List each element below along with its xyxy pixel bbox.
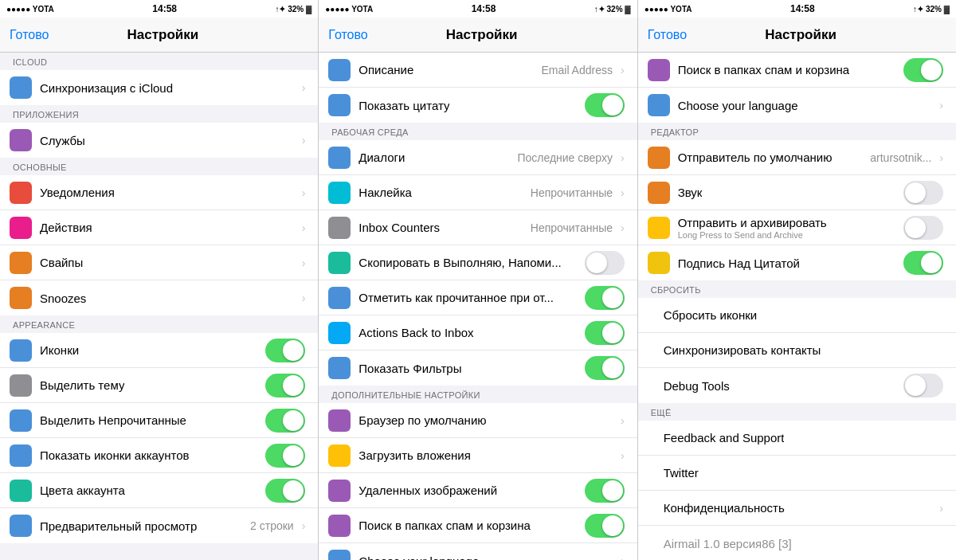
list-item[interactable]: Отметить как прочитанное при от... [319,280,637,315]
list-item[interactable]: Choose your language› [319,543,637,560]
list-item[interactable]: Синхронизировать контакты [638,333,956,368]
list-item[interactable]: Отправить и архивироватьLong Press to Se… [638,210,956,245]
item-content: НаклейкаНепрочитанные› [358,186,624,199]
list-item[interactable]: Выделить Непрочитанные [0,403,318,438]
item-icon [648,59,670,81]
item-icon [648,252,670,274]
list-item[interactable]: Feedback and Support [638,421,956,456]
toggle-thumb [905,375,926,396]
list-item[interactable]: Браузер по умолчанию› [319,403,637,438]
list-item[interactable]: Показать Фильтры [319,350,637,386]
list-item[interactable]: Службы› [0,123,318,158]
item-texts: Показать цитату [358,99,449,112]
toggle-switch[interactable] [903,216,943,240]
list-item[interactable]: ДиалогиПоследние сверху› [319,140,637,175]
list-item[interactable]: Snoozes› [0,280,318,315]
toggle-switch[interactable] [585,321,625,345]
item-label: Свайпы [40,256,83,269]
list-item[interactable]: Иконки [0,333,318,368]
item-label: Airmail 1.0 версия86 [3] [660,537,792,550]
list-item[interactable]: Удаленных изображений [319,473,637,508]
nav-done-button[interactable]: Готово [10,28,49,42]
status-time: 14:58 [790,3,815,14]
list-item[interactable]: Конфиденциальность› [638,491,956,526]
item-label: Feedback and Support [660,431,785,444]
list-group-2: Уведомления›Действия›Свайпы›Snoozes› [0,175,318,315]
list-item[interactable]: Выделить тему [0,368,318,403]
list-item[interactable]: Показать иконки аккаунтов [0,438,318,473]
nav-bar: ГотовоНастройки [638,18,956,53]
list-item[interactable]: Действия› [0,210,318,245]
item-texts: Отправить и архивироватьLong Press to Se… [678,216,827,240]
toggle-switch[interactable] [903,58,943,82]
chevron-right-icon: › [621,414,625,427]
item-icon [10,182,32,204]
list-item[interactable]: Сбросить иконки [638,298,956,333]
list-item[interactable]: Airmail 1.0 версия86 [3] [638,526,956,560]
list-item[interactable]: Цвета аккаунта [0,473,318,508]
item-icon [10,515,32,537]
item-content: Показать иконки аккаунтов [40,444,305,468]
status-time: 14:58 [152,3,177,14]
item-icon [648,217,670,239]
list-item[interactable]: Choose your language› [638,88,956,123]
item-icon [328,59,351,81]
list-item[interactable]: Уведомления› [0,175,318,210]
item-content: Подпись Над Цитатой [678,251,943,275]
toggle-switch[interactable] [585,286,625,310]
item-content: Загрузить вложения› [358,448,624,462]
toggle-switch[interactable] [265,479,305,503]
chevron-right-icon: › [621,151,625,164]
list-item[interactable]: Actions Back to Inbox [319,315,637,350]
list-item[interactable]: Скопировать в Выполняю, Напоми... [319,245,637,280]
list-item[interactable]: Подпись Над Цитатой [638,245,956,280]
settings-content: ICLOUDСинхронизация с iCloud›ПРИЛОЖЕНИЯС… [0,53,318,560]
item-icon [10,252,32,274]
list-item[interactable]: Inbox CountersНепрочитанные› [319,210,637,245]
chevron-right-icon: › [621,221,625,234]
nav-done-button[interactable]: Готово [328,28,367,42]
list-item[interactable]: ОписаниеEmail Address› [319,53,637,88]
list-item[interactable]: Поиск в папках спам и корзина [638,53,956,88]
list-item[interactable]: Синхронизация с iCloud› [0,70,318,105]
list-item[interactable]: Свайпы› [0,245,318,280]
chevron-right-icon: › [621,449,625,462]
list-item[interactable]: Показать цитату [319,88,637,123]
toggle-switch[interactable] [265,339,305,362]
list-item[interactable]: Отправитель по умолчаниюartursotnik...› [638,140,956,175]
toggle-switch[interactable] [265,409,305,433]
item-texts: Choose your language [358,554,479,561]
list-group-1: Отправитель по умолчаниюartursotnik...›З… [638,140,956,280]
chevron-right-icon: › [302,519,306,532]
toggle-thumb [586,253,607,273]
list-group-1: Службы› [0,123,318,158]
list-item[interactable]: Twitter [638,456,956,491]
list-item[interactable]: Звук [638,175,956,210]
item-right: › [299,81,306,94]
item-content: Choose your language› [358,554,624,561]
item-right: › [936,99,943,112]
list-group-1: ДиалогиПоследние сверху›НаклейкаНепрочит… [319,140,637,386]
toggle-switch[interactable] [585,356,625,380]
item-label: Отметить как прочитанное при от... [358,291,554,304]
list-item[interactable]: Поиск в папках спам и корзина [319,508,637,543]
toggle-switch[interactable] [265,374,305,397]
toggle-switch[interactable] [585,93,625,117]
item-texts: Синхронизация с iCloud [40,81,173,95]
list-item[interactable]: НаклейкаНепрочитанные› [319,175,637,210]
toggle-switch[interactable] [585,514,625,538]
item-right [585,286,625,310]
chevron-right-icon: › [302,257,306,269]
toggle-switch[interactable] [903,374,943,397]
list-item[interactable]: Загрузить вложения› [319,438,637,473]
list-item[interactable]: Предварительный просмотр2 строки› [0,508,318,543]
toggle-switch[interactable] [903,181,943,205]
toggle-switch[interactable] [585,479,625,503]
nav-bar: ГотовоНастройки [0,18,318,53]
toggle-switch[interactable] [585,251,625,275]
list-item[interactable]: Debug Tools [638,368,956,403]
toggle-switch[interactable] [265,444,305,468]
toggle-switch[interactable] [903,251,943,275]
nav-done-button[interactable]: Готово [648,28,687,42]
item-content: Отправитель по умолчаниюartursotnik...› [678,151,943,164]
